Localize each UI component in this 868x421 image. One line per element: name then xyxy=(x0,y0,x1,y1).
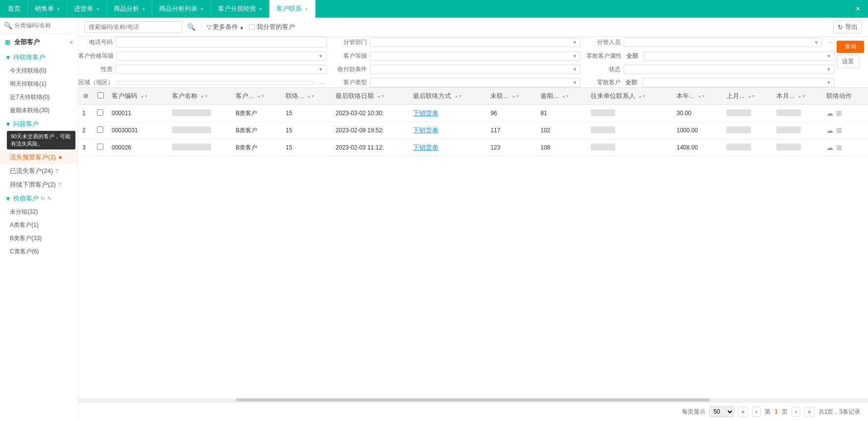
sidebar-group-pending-label[interactable]: ▼ 待联络客户 xyxy=(0,50,78,64)
chevron-down-icon-status: ▼ xyxy=(826,67,831,72)
sidebar-item-classA[interactable]: A类客户(1) xyxy=(0,219,78,232)
more-conditions-btn[interactable]: ▽ 更多条件 ▲ xyxy=(207,23,244,31)
filter-nature-select[interactable]: ▼ xyxy=(116,65,327,74)
col-this-month[interactable]: 本月... ▲▼ xyxy=(772,88,822,105)
col-checkbox[interactable] xyxy=(93,88,108,105)
filter-payment-select[interactable]: ▼ xyxy=(370,65,581,74)
refresh-icon[interactable]: ↻ xyxy=(41,196,45,202)
sidebar-item-today[interactable]: 今天待联络(0) xyxy=(0,64,78,77)
col-related-contact[interactable]: 往来单位联系人 ▲▼ xyxy=(587,88,673,105)
filter-scattered-attr-select[interactable]: ▼ xyxy=(643,51,835,61)
filter-region-select[interactable] xyxy=(117,81,314,85)
sidebar-item-declining[interactable]: 持续下滑客户(2) ? xyxy=(0,178,78,192)
row2-checkbox[interactable] xyxy=(93,122,108,139)
close-sales-tab[interactable]: × xyxy=(57,6,60,12)
filter-dept-select[interactable]: ▼ xyxy=(370,38,581,47)
search-input[interactable] xyxy=(84,21,182,33)
row1-last-way[interactable]: 下销货单 xyxy=(409,105,486,122)
checkbox-icon[interactable] xyxy=(249,24,255,30)
row3-index: 3 xyxy=(78,139,93,156)
row1-checkbox[interactable] xyxy=(93,105,108,122)
sidebar-item-tomorrow[interactable]: 明天待联络(1) xyxy=(0,77,78,91)
col-settings[interactable]: ⚙ xyxy=(78,88,93,105)
sidebar-item-churned[interactable]: 已流失客户(24) ? xyxy=(0,164,78,178)
col-code[interactable]: 客户编码 ▲▼ xyxy=(108,88,168,105)
page-size-select[interactable]: 50 100 200 xyxy=(709,406,734,417)
main-layout: 🔍 ⊞ 全部客户 « ▼ 待联络客户 今天待联络(0) 明天待联络(1) 近7天… xyxy=(0,18,868,421)
close-product-analysis-list-tab[interactable]: × xyxy=(200,6,203,12)
sidebar-group-value-label[interactable]: ▼ 价值客户 ↻ ✎ xyxy=(0,192,78,205)
filter-phone-input[interactable] xyxy=(116,37,327,48)
horizontal-scrollbar[interactable] xyxy=(78,398,868,402)
adv-filter-row-3: 性质 ▼ 收付款条件 ▼ xyxy=(78,65,835,74)
tab-product-analysis[interactable]: 商品分析 × xyxy=(107,0,152,18)
search-filter-icon[interactable]: 🔍 xyxy=(187,23,195,31)
sidebar-item-churn-warning[interactable]: 流失预警客户(3) ● xyxy=(0,150,78,164)
col-last-date[interactable]: 最后联络日期 ▲▼ xyxy=(332,88,409,105)
col-contact[interactable]: 联络... ▲▼ xyxy=(282,88,332,105)
scrollbar-thumb[interactable] xyxy=(236,398,710,401)
sidebar-item-classC[interactable]: C类客户(6) xyxy=(0,245,78,258)
sidebar-collapse-btn[interactable]: « xyxy=(70,39,73,46)
sidebar-item-7days[interactable]: 近7天待联络(0) xyxy=(0,91,78,104)
filter-more-person[interactable]: ··· xyxy=(825,38,835,46)
filter-customer-tier-select[interactable]: ▼ xyxy=(370,51,581,61)
close-product-analysis-tab[interactable]: × xyxy=(142,6,145,12)
row3-checkbox[interactable] xyxy=(93,139,108,156)
adv-filter-row-4: 区域（地区） ··· 客户类型 ▼ xyxy=(78,78,835,87)
filter-customer-type-select[interactable]: ▼ xyxy=(370,78,581,87)
sidebar-item-ungrouped[interactable]: 未分组(32) xyxy=(0,205,78,219)
sidebar-item-overdue[interactable]: 逾期未联络(30) xyxy=(0,104,78,117)
row2-more-icon[interactable]: ⊞ xyxy=(836,126,842,134)
row2-note-icon[interactable]: ☁ xyxy=(826,126,833,134)
tab-sales[interactable]: 销售单 × xyxy=(28,0,67,18)
first-page-btn[interactable]: « xyxy=(738,407,748,417)
row2-check[interactable] xyxy=(97,126,103,133)
row1-check[interactable] xyxy=(97,109,103,116)
tab-purchase[interactable]: 进货单 × xyxy=(67,0,106,18)
row3-note-icon[interactable]: ☁ xyxy=(826,144,833,151)
edit-icon[interactable]: ✎ xyxy=(47,196,51,202)
row1-note-icon[interactable]: ☁ xyxy=(826,109,833,117)
filter-price-tier-select[interactable]: ▼ xyxy=(117,51,327,61)
tab-customer-tier[interactable]: 客户分层经营 × xyxy=(211,0,269,18)
close-purchase-tab[interactable]: × xyxy=(96,6,99,12)
tab-product-analysis-list[interactable]: 商品分析列表 × xyxy=(152,0,211,18)
col-name[interactable]: 客户名称 ▲▼ xyxy=(168,88,232,105)
col-uncontacted[interactable]: 未联... ▲▼ xyxy=(486,88,536,105)
row1-more-icon[interactable]: ⊞ xyxy=(836,109,842,117)
prev-page-btn[interactable]: ‹ xyxy=(752,407,761,417)
col-this-year[interactable]: 本年... ▲▼ xyxy=(673,88,723,105)
export-button[interactable]: ↻ 导出 xyxy=(833,21,862,33)
row3-check[interactable] xyxy=(97,144,103,150)
col-last-way[interactable]: 最后联络方式 ▲▼ xyxy=(409,88,486,105)
close-all-button[interactable]: × xyxy=(852,4,864,13)
row3-more-icon[interactable]: ⊞ xyxy=(836,144,842,151)
filter-scattered-select[interactable]: ▼ xyxy=(642,78,835,87)
sidebar-group-problem-label[interactable]: ▼ 问题客户 xyxy=(0,117,78,131)
my-customers-checkbox[interactable]: 我分管的客户 xyxy=(249,23,295,31)
chevron-down-icon-person: ▼ xyxy=(814,40,819,45)
col-action: 联络动作 xyxy=(822,88,868,105)
filter-more-region[interactable]: ··· xyxy=(317,79,327,87)
row3-last-way[interactable]: 下销货单 xyxy=(409,139,486,156)
row2-last-way[interactable]: 下销货单 xyxy=(409,122,486,139)
sort-arrows-overdue: ▲▼ xyxy=(562,95,570,99)
close-customer-tier-tab[interactable]: × xyxy=(259,6,262,12)
settings-button[interactable]: 设置 xyxy=(837,55,859,68)
col-type[interactable]: 客户... ▲▼ xyxy=(232,88,282,105)
sort-arrows-lmonth: ▲▼ xyxy=(747,95,755,99)
col-overdue[interactable]: 逾期... ▲▼ xyxy=(536,88,586,105)
close-customer-contact-tab[interactable]: × xyxy=(305,6,308,12)
sidebar-search-input[interactable] xyxy=(14,22,74,29)
sidebar-item-classB[interactable]: B类客户(33) xyxy=(0,232,78,245)
next-page-btn[interactable]: › xyxy=(792,407,800,417)
query-button[interactable]: 查询 xyxy=(837,41,864,53)
col-last-month[interactable]: 上月... ▲▼ xyxy=(723,88,772,105)
tab-customer-contact[interactable]: 客户联系 × xyxy=(269,0,315,18)
tab-home[interactable]: 首页 xyxy=(4,0,28,18)
last-page-btn[interactable]: » xyxy=(804,407,815,417)
select-all-checkbox[interactable] xyxy=(97,92,104,99)
filter-status-select[interactable]: ▼ xyxy=(624,65,835,74)
filter-person-select[interactable]: ▼ xyxy=(624,38,822,47)
